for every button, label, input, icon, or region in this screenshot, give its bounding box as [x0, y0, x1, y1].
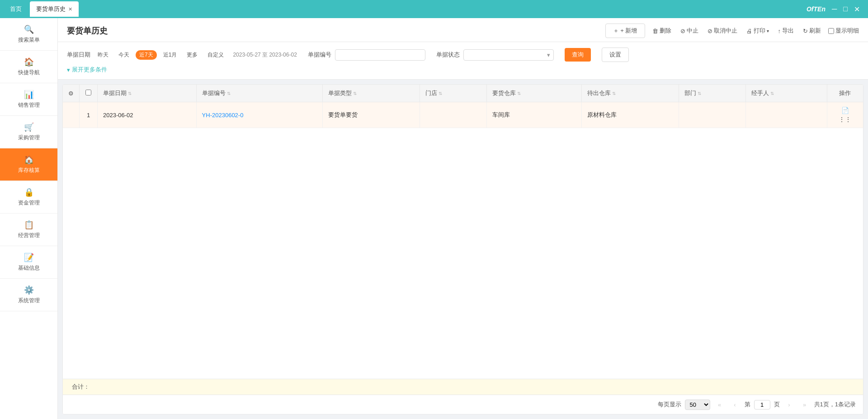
close-icon[interactable]: ✕ — [854, 5, 860, 14]
doc-number-input[interactable] — [335, 49, 425, 61]
date-range-display: 2023-05-27 至 2023-06-02 — [233, 51, 297, 59]
sort-icon-pending-warehouse: ⇅ — [612, 91, 616, 96]
display-detail-button[interactable]: 显示明细 — [828, 27, 859, 35]
sales-icon: 📊 — [24, 90, 34, 100]
sidebar-item-finance[interactable]: 🔒 资金管理 — [0, 181, 57, 214]
date-btn-last1month[interactable]: 近1月 — [160, 50, 181, 60]
column-settings-icon[interactable]: ⚙ — [68, 90, 74, 97]
print-button[interactable]: 🖨 打印 ▾ — [745, 26, 771, 36]
print-icon: 🖨 — [746, 28, 752, 34]
cancel-stop-button[interactable]: ⊘ 取消中止 — [706, 26, 739, 36]
sidebar-item-purchase[interactable]: 🛒 采购管理 — [0, 116, 57, 148]
summary-label: 合计： — [72, 383, 90, 390]
home-icon: 🏠 — [24, 57, 34, 67]
stop-icon: ⊘ — [680, 28, 685, 34]
page-next-button[interactable]: › — [783, 399, 795, 410]
minimize-icon[interactable]: ─ — [832, 5, 837, 13]
row-req-warehouse: 车间库 — [486, 102, 581, 128]
inventory-icon: 🏠 — [24, 155, 34, 165]
settings-button[interactable]: 设置 — [602, 48, 629, 62]
sort-store[interactable]: 门店 ⇅ — [425, 89, 481, 97]
row-doc-date: 2023-06-02 — [98, 102, 197, 128]
doc-status-select[interactable] — [463, 49, 554, 61]
col-pending-warehouse: 待出仓库 ⇅ — [582, 85, 679, 102]
operations-icon: 📋 — [24, 220, 34, 230]
sidebar-label-basic: 基础信息 — [18, 264, 40, 272]
display-detail-checkbox[interactable] — [828, 28, 834, 34]
sidebar-label-shortcut: 快捷导航 — [18, 69, 40, 76]
date-btn-more[interactable]: 更多 — [183, 50, 201, 60]
sidebar-item-sales[interactable]: 📊 销售管理 — [0, 83, 57, 116]
sort-icon-department: ⇅ — [698, 91, 701, 96]
filter-row-1: 单据日期 昨天 今天 近7天 近1月 更多 自定义 2023-05-27 至 2… — [67, 48, 859, 62]
sidebar-item-system[interactable]: ⚙️ 系统管理 — [0, 279, 57, 311]
sidebar-item-basic[interactable]: 📝 基础信息 — [0, 246, 57, 279]
brand-label: OfTEn — [807, 5, 826, 13]
tab-home[interactable]: 首页 — [4, 1, 28, 17]
sort-doc-type[interactable]: 单据类型 ⇅ — [328, 89, 414, 97]
refresh-icon: ↻ — [803, 28, 808, 34]
date-filter-group: 单据日期 昨天 今天 近7天 近1月 更多 自定义 2023-05-27 至 2… — [67, 50, 297, 60]
sidebar-item-operations[interactable]: 📋 经营管理 — [0, 214, 57, 246]
doc-number-link[interactable]: YH-20230602-0 — [202, 112, 244, 119]
export-button[interactable]: ↑ 导出 — [776, 26, 796, 36]
sidebar-item-shortcut[interactable]: 🏠 快捷导航 — [0, 51, 57, 83]
sort-req-warehouse[interactable]: 要货仓库 ⇅ — [492, 89, 576, 97]
doc-status-select-wrapper: ▾ — [463, 49, 554, 61]
query-button[interactable]: 查询 — [565, 48, 591, 62]
sort-doc-date[interactable]: 单据日期 ⇅ — [103, 89, 191, 97]
col-doc-date: 单据日期 ⇅ — [98, 85, 197, 102]
sidebar-label-system: 系统管理 — [18, 297, 40, 305]
table-row: 1 2023-06-02 YH-20230602-0 要货单要货 — [63, 102, 863, 128]
tab-close-icon[interactable]: ✕ — [68, 6, 72, 12]
page-title: 要货单历史 — [67, 25, 108, 36]
sort-handler[interactable]: 经手人 ⇅ — [751, 89, 821, 97]
row-more-icon[interactable]: ⋮⋮ — [837, 115, 853, 124]
sort-icon-handler: ⇅ — [770, 91, 774, 96]
new-icon: ＋ — [613, 27, 619, 35]
col-settings: ⚙ — [63, 85, 80, 102]
select-all-checkbox[interactable] — [85, 90, 91, 95]
page-first-button[interactable]: « — [714, 399, 726, 410]
refresh-button[interactable]: ↻ 刷新 — [801, 26, 823, 36]
cancel-stop-icon: ⊘ — [708, 28, 712, 34]
tab-requisition-label: 要货单历史 — [36, 5, 66, 13]
per-page-select[interactable]: 50 20 100 200 — [685, 400, 710, 410]
date-btn-custom[interactable]: 自定义 — [204, 50, 227, 60]
date-btn-yesterday[interactable]: 昨天 — [94, 50, 112, 60]
date-btn-today[interactable]: 今天 — [115, 50, 133, 60]
sort-doc-number[interactable]: 单据编号 ⇅ — [202, 89, 317, 97]
page-last-button[interactable]: » — [799, 399, 811, 410]
date-filter-options: 昨天 今天 近7天 近1月 更多 自定义 — [94, 50, 227, 60]
col-department: 部门 ⇅ — [679, 85, 746, 102]
page-prev-button[interactable]: ‹ — [729, 399, 741, 410]
expand-filters-button[interactable]: ▾ 展开更多条件 — [67, 66, 859, 74]
row-doc-type: 要货单要货 — [322, 102, 420, 128]
tab-requisition-history[interactable]: 要货单历史 ✕ — [30, 1, 79, 17]
basic-icon: 📝 — [24, 252, 34, 262]
top-bar-right: OfTEn ─ □ ✕ — [807, 5, 864, 14]
sort-department[interactable]: 部门 ⇅ — [684, 89, 740, 97]
page-number-input[interactable] — [754, 400, 770, 409]
sidebar-item-search[interactable]: 🔍 搜索菜单 — [0, 18, 57, 51]
delete-button[interactable]: 🗑 删除 — [651, 26, 673, 36]
table-header-row: ⚙ 单据日期 ⇅ — [63, 85, 863, 102]
page-header: 要货单历史 ＋ + 新增 🗑 删除 ⊘ 中止 ⊘ 取消中止 — [58, 18, 868, 42]
doc-number-label: 单据编号 — [308, 51, 331, 59]
date-btn-last7days[interactable]: 近7天 — [136, 50, 157, 60]
stop-button[interactable]: ⊘ 中止 — [679, 26, 700, 36]
maximize-icon[interactable]: □ — [843, 5, 848, 13]
table-wrapper: ⚙ 单据日期 ⇅ — [63, 85, 863, 379]
date-filter-label: 单据日期 — [67, 51, 90, 59]
page-label: 第 — [745, 400, 750, 409]
row-view-icon[interactable]: 📄 — [840, 106, 851, 115]
col-operations: 操作 — [827, 85, 863, 102]
sidebar-label-sales: 销售管理 — [18, 101, 40, 109]
sort-pending-warehouse[interactable]: 待出仓库 ⇅ — [587, 89, 673, 97]
new-button[interactable]: ＋ + 新增 — [605, 24, 645, 38]
sidebar-item-inventory[interactable]: 🏠 库存核算 — [0, 148, 57, 181]
row-settings-cell — [63, 102, 80, 128]
doc-status-label: 单据状态 — [436, 51, 460, 59]
col-doc-number: 单据编号 ⇅ — [196, 85, 322, 102]
tab-home-label: 首页 — [10, 5, 22, 13]
